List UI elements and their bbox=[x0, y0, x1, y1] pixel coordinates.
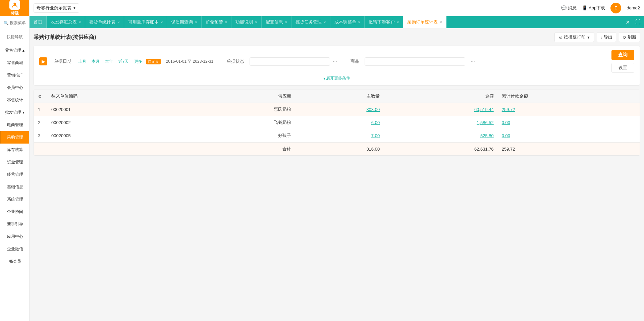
footer-empty-1 bbox=[34, 142, 47, 155]
filter-collapse-button[interactable]: ▶ bbox=[39, 57, 47, 65]
row-qty-2[interactable]: 6.00 bbox=[295, 116, 384, 129]
tab-close-purchase-stats[interactable]: × bbox=[117, 20, 119, 24]
quick-nav-section: 快捷导航 bbox=[0, 30, 29, 44]
row-amount-1[interactable]: 60,519.44 bbox=[384, 103, 498, 116]
custom-date-badge: 自定义 bbox=[146, 59, 161, 64]
sidebar-item-retail-stats[interactable]: 零售统计 bbox=[0, 94, 29, 106]
avatar[interactable]: E bbox=[610, 3, 621, 13]
date-tab-this-month[interactable]: 本月 bbox=[90, 58, 101, 65]
tab-close-receive-summary[interactable]: × bbox=[79, 20, 81, 24]
export-button[interactable]: ↓ 导出 bbox=[597, 32, 616, 42]
settings-button[interactable]: 设置 bbox=[611, 63, 634, 73]
sidebar-item-ops-mgmt[interactable]: 经营管理 bbox=[0, 168, 29, 181]
sidebar-item-stock-check[interactable]: 库存核算 bbox=[0, 144, 29, 156]
tab-invite-downstream[interactable]: 邀请下游客户 × bbox=[365, 16, 403, 28]
row-code-3: 00020005 bbox=[47, 129, 189, 143]
row-amount-3[interactable]: 525.80 bbox=[384, 129, 498, 143]
sidebar-item-member-center[interactable]: 会员中心 bbox=[0, 82, 29, 94]
sidebar-item-retail-mgmt[interactable]: 零售管理 ▲ bbox=[0, 44, 29, 57]
dropdown-arrow-icon: ▼ bbox=[73, 6, 76, 10]
date-tab-last-month[interactable]: 上月 bbox=[77, 58, 88, 65]
tab-home[interactable]: 首页 bbox=[30, 16, 47, 28]
row-num-2: 2 bbox=[34, 116, 47, 129]
goods-input[interactable] bbox=[365, 57, 465, 66]
topbar-right: 💬 消息 📱 App下载 E demo2 bbox=[561, 3, 640, 13]
tab-close-function-desc[interactable]: × bbox=[255, 20, 257, 24]
date-filter-label: 单据日期 bbox=[54, 58, 71, 64]
tab-function-desc[interactable]: 功能说明 × bbox=[231, 16, 261, 28]
tab-available-stock[interactable]: 可用量库存账本 × bbox=[124, 16, 167, 28]
tab-purchase-order-stats[interactable]: 采购订单统计表 × bbox=[403, 16, 446, 28]
printer-icon: 🖨 bbox=[558, 35, 562, 40]
sidebar-menu: 零售管理 ▲ 零售商城 营销推广 会员中心 零售统计 批发管理 ▼ 电商管理 采… bbox=[0, 44, 29, 321]
sidebar-item-app-center[interactable]: 应用中心 bbox=[0, 230, 29, 243]
tab-config-info[interactable]: 配置信息 × bbox=[262, 16, 291, 28]
row-amount-2[interactable]: 1,586.52 bbox=[384, 116, 498, 129]
table-row: 2 00020002 飞鹤奶粉 6.00 1,586.52 0.00 bbox=[34, 116, 640, 129]
sidebar-item-enterprise-wechat[interactable]: 企业微信 bbox=[0, 243, 29, 255]
search-icon: 🔍 bbox=[4, 21, 9, 25]
tab-close-available-stock[interactable]: × bbox=[161, 20, 163, 24]
date-tab-more[interactable]: 更多 bbox=[133, 58, 144, 65]
tab-close-cost-adjust[interactable]: × bbox=[358, 20, 360, 24]
row-paid-2[interactable]: 0.00 bbox=[498, 116, 640, 129]
sidebar-item-sys-mgmt[interactable]: 系统管理 bbox=[0, 193, 29, 206]
row-paid-3[interactable]: 0.00 bbox=[498, 129, 640, 143]
table-row: 1 00020001 惠氏奶粉 303.00 60,519.44 259.72 bbox=[34, 103, 640, 116]
username-label[interactable]: demo2 bbox=[627, 5, 640, 10]
row-paid-1[interactable]: 259.72 bbox=[498, 103, 640, 116]
print-dropdown-icon: ▼ bbox=[587, 36, 590, 39]
sidebar-item-basic-info[interactable]: 基础信息 bbox=[0, 181, 29, 193]
sidebar-item-finance[interactable]: 资金管理 bbox=[0, 156, 29, 168]
tabbar-actions: ✕ ⛶ bbox=[624, 18, 644, 26]
tab-close-all-button[interactable]: ✕ bbox=[624, 18, 632, 26]
svg-point-0 bbox=[13, 2, 16, 5]
tab-close-config-info[interactable]: × bbox=[285, 20, 287, 24]
column-settings-icon[interactable]: ⚙ bbox=[38, 94, 42, 99]
table-body: 1 00020001 惠氏奶粉 303.00 60,519.44 259.72 … bbox=[34, 103, 640, 143]
col-paid: 累计付款金额 bbox=[498, 90, 640, 103]
tab-close-purchase-order-stats[interactable]: × bbox=[440, 20, 442, 24]
sidebar-item-wholesale-mgmt[interactable]: 批发管理 ▼ bbox=[0, 106, 29, 119]
tab-pick-task[interactable]: 拣货任务管理 × bbox=[291, 16, 330, 28]
phone-icon: 📱 bbox=[582, 5, 587, 10]
tab-purchase-stats[interactable]: 要货单统计表 × bbox=[85, 16, 124, 28]
tab-close-invite-downstream[interactable]: × bbox=[397, 20, 399, 24]
row-qty-1[interactable]: 303.00 bbox=[295, 103, 384, 116]
sidebar-item-marketing[interactable]: 营销推广 bbox=[0, 69, 29, 82]
sidebar-item-new-guide[interactable]: 新手引导 bbox=[0, 218, 29, 230]
footer-qty: 316.00 bbox=[295, 142, 384, 155]
sidebar-item-member-club[interactable]: 畅会员 bbox=[0, 255, 29, 268]
sidebar-item-enterprise-collab[interactable]: 企业协同 bbox=[0, 206, 29, 218]
sidebar-item-purchase-mgmt[interactable]: 采购管理 bbox=[0, 131, 29, 144]
refresh-button[interactable]: ↺ 刷新 bbox=[619, 32, 640, 42]
tab-close-pick-task[interactable]: × bbox=[324, 20, 326, 24]
col-supplier: 供应商 bbox=[189, 90, 295, 103]
print-button[interactable]: 🖨 按模板打印 ▼ bbox=[554, 32, 594, 42]
message-icon: 💬 bbox=[561, 5, 567, 10]
tab-close-expiry-query[interactable]: × bbox=[195, 20, 197, 24]
sidebar-item-retail-mall[interactable]: 零售商城 bbox=[0, 57, 29, 69]
date-tab-this-year[interactable]: 本年 bbox=[104, 58, 114, 65]
expand-more-button[interactable]: ▾ 展开更多条件 bbox=[323, 75, 350, 81]
sidebar-item-ecommerce[interactable]: 电商管理 bbox=[0, 119, 29, 131]
message-button[interactable]: 💬 消息 bbox=[561, 5, 577, 11]
tab-overstock-alert[interactable]: 超储预警 × bbox=[202, 16, 231, 28]
row-supplier-1: 惠氏奶粉 bbox=[189, 103, 295, 116]
status-select[interactable] bbox=[250, 57, 330, 66]
search-menu-button[interactable]: 🔍 搜索菜单 bbox=[2, 19, 27, 27]
quick-nav-button[interactable]: 快捷导航 bbox=[0, 32, 29, 42]
row-qty-3[interactable]: 7.00 bbox=[295, 129, 384, 143]
query-button[interactable]: 查询 bbox=[611, 50, 634, 60]
tab-expiry-query[interactable]: 保质期查询 × bbox=[167, 16, 201, 28]
date-tab-7days[interactable]: 近7天 bbox=[117, 58, 130, 65]
tab-maximize-button[interactable]: ⛶ bbox=[633, 18, 643, 26]
tab-cost-adjust[interactable]: 成本调整单 × bbox=[330, 16, 365, 28]
app-download-button[interactable]: 📱 App下载 bbox=[582, 5, 605, 11]
account-dropdown[interactable]: 母婴行业演示账表 ▼ bbox=[34, 3, 79, 13]
tab-close-overstock-alert[interactable]: × bbox=[225, 20, 227, 24]
refresh-icon: ↺ bbox=[623, 35, 626, 40]
status-more-icon: ⋯ bbox=[333, 59, 337, 64]
tab-receive-summary[interactable]: 收发存汇总表 × bbox=[47, 16, 85, 28]
row-num-1: 1 bbox=[34, 103, 47, 116]
